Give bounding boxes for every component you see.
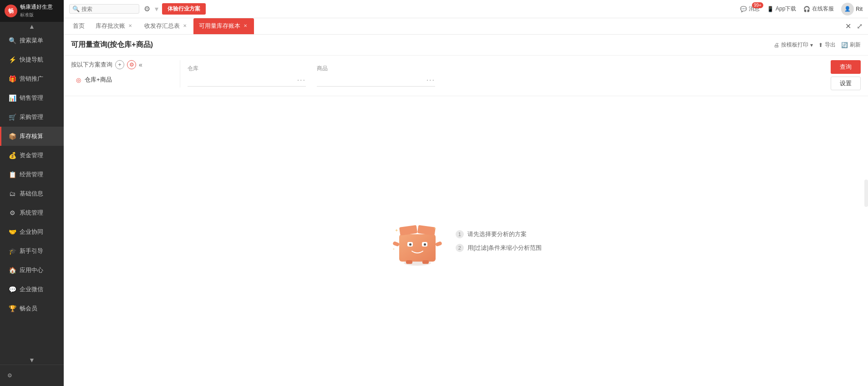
query-button[interactable]: 查询: [831, 60, 861, 74]
online-service-button[interactable]: 🎧 在线客服: [803, 5, 834, 13]
wechat-icon: 💬: [9, 286, 16, 293]
filter-warehouse-input[interactable]: ···: [188, 74, 306, 87]
scheme-icon: ◎: [75, 76, 82, 83]
collapse-filter-button[interactable]: «: [139, 61, 142, 68]
tab-available-inventory-label: 可用量库存账本: [199, 22, 240, 30]
main-area: 🔍 ⚙ ▾ 体验行业方案 💬 消息 99+ 📱 App下载 🎧 在线客服 👤 R: [64, 0, 868, 386]
sidebar-logo: 畅: [5, 5, 17, 17]
sidebar-item-shortcut[interactable]: ⚡ 快捷导航: [0, 50, 64, 69]
sidebar-item-finance[interactable]: 💰 资金管理: [0, 146, 64, 165]
tabs-actions: ✕ ⤢: [843, 21, 864, 31]
tab-available-inventory-close[interactable]: ✕: [242, 23, 249, 29]
sidebar-item-cooperation[interactable]: 🤝 企业协同: [0, 222, 64, 242]
avatar: 👤: [841, 3, 854, 15]
set-button[interactable]: 设置: [831, 77, 861, 90]
sidebar-footer-settings[interactable]: ⚙: [0, 369, 64, 382]
operation-icon: 📋: [9, 171, 16, 178]
tabs-bar: 首页 库存批次账 ✕ 收发存汇总表 ✕ 可用量库存账本 ✕ ✕ ⤢: [64, 18, 868, 35]
sidebar-item-sales[interactable]: 📊 销售管理: [0, 88, 64, 108]
sidebar-item-label: 企业协同: [20, 228, 43, 236]
sidebar-item-label: 营销推广: [20, 75, 43, 83]
tab-available-inventory[interactable]: 可用量库存账本 ✕: [193, 18, 254, 34]
sidebar-item-system[interactable]: ⚙ 系统管理: [0, 203, 64, 222]
export-label: 导出: [825, 41, 836, 49]
tab-home[interactable]: 首页: [67, 18, 90, 34]
scheme-label: 仓库+商品: [85, 76, 112, 84]
filter-goods-label: 商品: [317, 65, 435, 72]
export-icon: ⬆: [818, 42, 823, 48]
tip-number-1: 1: [456, 230, 464, 238]
sidebar-scroll-up[interactable]: ▲: [0, 22, 64, 31]
tab-home-label: 首页: [73, 22, 85, 30]
sidebar-item-label: 资金管理: [20, 151, 43, 160]
filter-fields: 仓库 ··· 商品 ··· 查询 设置: [180, 60, 861, 91]
sidebar-footer: ⚙: [0, 365, 64, 386]
search-icon: 🔍: [72, 5, 80, 12]
export-button[interactable]: ⬆ 导出: [818, 41, 836, 49]
sidebar-item-operation[interactable]: 📋 经营管理: [0, 165, 64, 184]
gear-button[interactable]: ⚙: [143, 4, 151, 14]
topbar-search-box[interactable]: 🔍: [69, 4, 139, 14]
filter-warehouse-more[interactable]: ···: [297, 76, 306, 84]
scroll-hint: [864, 180, 868, 207]
sidebar-item-inventory[interactable]: 📦 库存核算: [0, 127, 64, 146]
filter-scheme-title: 按以下方案查询: [71, 61, 112, 69]
filter-goods-more[interactable]: ···: [426, 76, 435, 84]
page-actions: 🖨 按模板打印 ▾ ⬆ 导出 🔄 刷新: [774, 41, 861, 49]
member-icon: 🏆: [9, 305, 16, 312]
svg-rect-2: [399, 225, 417, 236]
sidebar-item-label: 基础信息: [20, 190, 43, 198]
tab-collect-summary-close[interactable]: ✕: [182, 23, 188, 29]
message-button[interactable]: 💬 消息 99+: [740, 5, 760, 13]
filter-warehouse-group: 仓库 ···: [188, 65, 306, 87]
tip-text-2: 用[过滤]条件来缩小分析范围: [467, 244, 542, 252]
sidebar-item-purchase[interactable]: 🛒 采购管理: [0, 108, 64, 127]
tab-batch-account-close[interactable]: ✕: [127, 23, 133, 29]
print-button[interactable]: 🖨 按模板打印 ▾: [774, 41, 813, 49]
trial-industry-button[interactable]: 体验行业方案: [162, 3, 206, 15]
app-download-button[interactable]: 📱 App下载: [767, 5, 796, 13]
sidebar-scroll-down[interactable]: ▼: [0, 355, 64, 365]
finance-icon: 💰: [9, 152, 16, 159]
filter-panel: 按以下方案查询 + ⚙ « ◎ 仓库+商品 仓库 ···: [64, 56, 868, 96]
empty-tips: 1 请先选择要分析的方案 2 用[过滤]条件来缩小分析范围: [456, 230, 542, 252]
user-profile[interactable]: 👤 Rit: [841, 3, 863, 15]
sidebar-item-member[interactable]: 🏆 畅会员: [0, 299, 64, 318]
tab-close-window-button[interactable]: ✕: [843, 21, 853, 31]
sidebar-item-label: 快捷导航: [20, 56, 43, 64]
sidebar-item-label: 搜索菜单: [20, 36, 43, 45]
sidebar-brand-version: 标准版: [20, 12, 53, 18]
filter-buttons: 查询 设置: [831, 60, 861, 91]
refresh-button[interactable]: 🔄 刷新: [841, 41, 861, 49]
sidebar-item-label: 企业微信: [20, 285, 43, 293]
settings-scheme-button[interactable]: ⚙: [127, 60, 136, 69]
tab-expand-button[interactable]: ⤢: [855, 21, 864, 31]
sidebar-item-basic[interactable]: 🗂 基础信息: [0, 184, 64, 203]
empty-box-icon: ✦ ✦ ✦: [390, 214, 445, 268]
username-label: Rit: [856, 6, 863, 12]
newbie-icon: 🎓: [9, 247, 16, 255]
tab-batch-account[interactable]: 库存批次账 ✕: [90, 18, 139, 34]
sidebar-brand-name: 畅康通好生意: [20, 4, 53, 11]
sidebar-item-wechat[interactable]: 💬 企业微信: [0, 280, 64, 299]
search-input[interactable]: [81, 6, 136, 12]
inventory-icon: 📦: [9, 133, 16, 140]
sidebar-item-apps[interactable]: 🏠 应用中心: [0, 261, 64, 280]
scheme-warehouse-goods[interactable]: ◎ 仓库+商品: [71, 74, 174, 86]
svg-rect-11: [435, 241, 442, 247]
sidebar-item-search[interactable]: 🔍 搜索菜单: [0, 31, 64, 50]
sidebar-item-label: 采购管理: [20, 113, 43, 121]
filter-goods-input[interactable]: ···: [317, 74, 435, 87]
sidebar-header: 畅 畅康通好生意 标准版: [0, 0, 64, 22]
svg-rect-8: [406, 260, 412, 264]
add-scheme-button[interactable]: +: [115, 60, 124, 69]
shortcut-icon: ⚡: [9, 56, 16, 63]
svg-text:✦: ✦: [392, 247, 395, 251]
sidebar-item-newbie[interactable]: 🎓 新手引导: [0, 242, 64, 261]
content-area: 按以下方案查询 + ⚙ « ◎ 仓库+商品 仓库 ···: [64, 56, 868, 386]
marketing-icon: 🎁: [9, 75, 16, 82]
tab-collect-summary[interactable]: 收发存汇总表 ✕: [139, 18, 193, 34]
empty-tip-1: 1 请先选择要分析的方案: [456, 230, 542, 238]
search-icon: 🔍: [9, 37, 16, 44]
sidebar-item-marketing[interactable]: 🎁 营销推广: [0, 69, 64, 88]
